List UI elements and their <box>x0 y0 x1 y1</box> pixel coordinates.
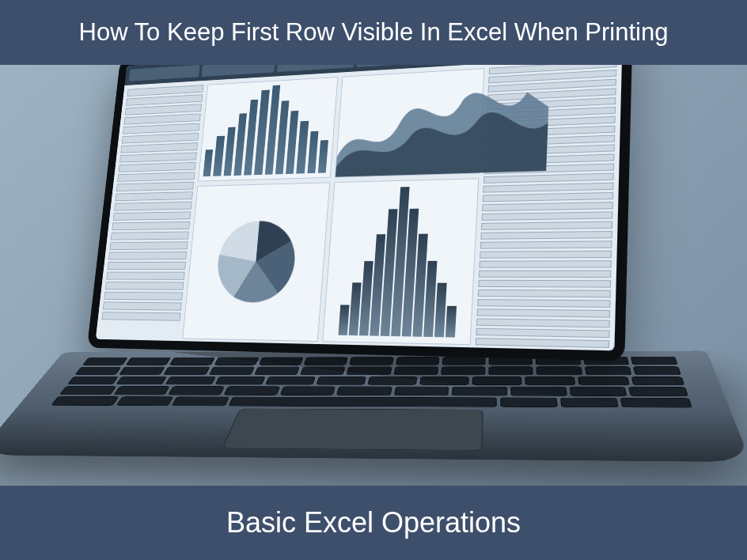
bar <box>244 100 258 176</box>
key <box>578 376 630 385</box>
fan-bar <box>338 305 349 335</box>
key <box>304 357 348 365</box>
app-tab <box>356 65 438 67</box>
key <box>164 367 210 375</box>
key <box>75 367 122 375</box>
key <box>279 387 336 395</box>
key <box>419 376 469 385</box>
bar <box>296 121 308 174</box>
key <box>500 398 557 407</box>
key <box>116 376 167 385</box>
key <box>396 357 440 365</box>
chart-row-bottom <box>182 178 479 345</box>
key <box>452 387 507 396</box>
table-row <box>113 211 191 221</box>
table-row <box>108 252 187 259</box>
table-row <box>111 232 189 240</box>
keyboard-row <box>75 366 681 375</box>
keyboard <box>51 357 692 408</box>
table-row <box>480 231 612 240</box>
key <box>347 366 392 375</box>
laptop-base <box>0 350 747 462</box>
key <box>82 358 128 365</box>
table-row <box>122 133 199 144</box>
fan-chart <box>322 178 479 345</box>
key <box>620 398 692 407</box>
table-row <box>477 299 610 308</box>
key <box>488 366 533 375</box>
wave-icon <box>336 65 550 176</box>
table-row <box>119 162 196 172</box>
table-row <box>481 221 612 230</box>
page-caption: Basic Excel Operations <box>226 506 521 539</box>
key <box>560 398 619 407</box>
table-row <box>478 289 611 297</box>
keyboard-row <box>51 396 692 407</box>
key <box>116 396 174 406</box>
key <box>441 366 485 375</box>
table-row <box>105 282 184 289</box>
bar-chart <box>198 77 338 181</box>
bar <box>213 136 224 176</box>
chart-row-top <box>198 68 484 181</box>
app-tab <box>129 65 200 81</box>
key <box>113 386 170 395</box>
pie-icon <box>214 220 298 302</box>
key <box>367 376 417 385</box>
key <box>394 387 449 396</box>
table-row <box>108 262 186 270</box>
table-row <box>479 271 612 278</box>
table-row <box>476 328 609 338</box>
fan-bar <box>434 283 446 337</box>
table-row <box>115 191 192 201</box>
bar <box>275 100 290 174</box>
key <box>510 387 567 396</box>
key <box>525 376 575 385</box>
key <box>316 376 366 385</box>
table-row <box>119 152 197 162</box>
charts-area <box>182 68 484 345</box>
bar <box>203 149 214 176</box>
table-row <box>104 292 183 301</box>
key-spacebar <box>229 397 497 407</box>
key <box>119 367 165 375</box>
key <box>393 366 438 375</box>
key <box>442 357 485 365</box>
key <box>537 366 582 375</box>
table-row <box>476 318 610 327</box>
table-row <box>114 202 192 211</box>
table-row <box>123 113 200 124</box>
table-row <box>103 301 182 310</box>
bar <box>223 127 235 176</box>
hero-image <box>0 65 747 486</box>
key <box>165 376 216 385</box>
caption-banner: Basic Excel Operations <box>0 486 747 560</box>
bar <box>318 140 328 173</box>
app-tab <box>277 65 355 72</box>
pie-chart <box>182 182 330 342</box>
table-row <box>126 94 203 106</box>
table-row <box>483 192 613 202</box>
key <box>570 387 628 396</box>
bar <box>233 113 247 176</box>
table-row <box>116 182 194 191</box>
laptop-screen-frame <box>87 65 633 361</box>
app-body <box>96 65 622 350</box>
table-row <box>483 173 614 184</box>
bar <box>264 85 280 175</box>
key <box>254 366 300 374</box>
table-row <box>476 338 609 348</box>
key <box>259 358 304 365</box>
table-row <box>125 104 202 115</box>
trackpad <box>222 409 483 451</box>
table-row <box>483 183 613 193</box>
key <box>51 396 119 406</box>
key <box>209 366 255 374</box>
table-row <box>480 260 612 268</box>
key <box>584 366 631 375</box>
app-tab <box>201 65 275 77</box>
table-row <box>112 221 190 230</box>
table-row <box>123 123 199 134</box>
bar <box>286 111 299 174</box>
data-grid-left <box>100 85 204 339</box>
